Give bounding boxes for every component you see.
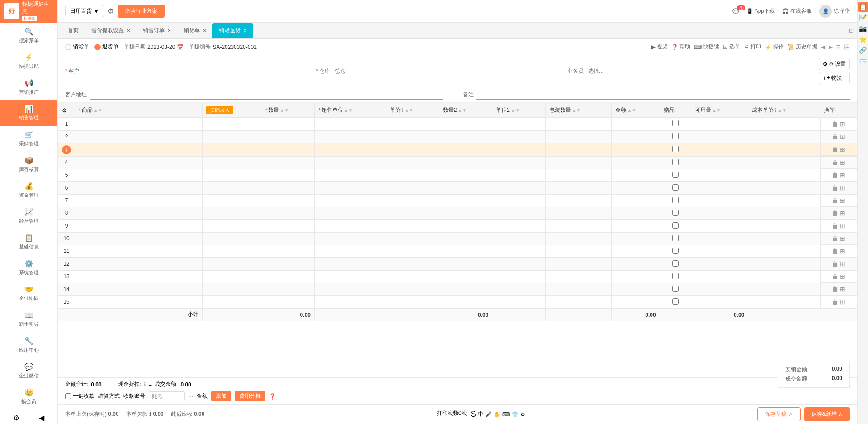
industry-dropdown[interactable]: 日用百货 ▼ <box>65 5 104 17</box>
select-btn[interactable]: ☑ 选单 <box>723 43 740 51</box>
tab-minimize-icon[interactable]: — <box>842 28 847 34</box>
delete-row-3[interactable]: 🗑 <box>832 145 838 153</box>
cp-4[interactable]: ⊞ <box>840 158 845 167</box>
customer-select-btn[interactable]: ··· <box>299 67 305 75</box>
staff-input[interactable] <box>586 67 799 76</box>
sidebar-item-purchase[interactable]: 🛒 采购管理 <box>0 126 57 152</box>
del-6[interactable]: 🗑 <box>832 184 838 192</box>
gift-checkbox-3[interactable] <box>672 146 679 152</box>
settings-bottom-icon[interactable]: ⚙ <box>13 414 19 422</box>
sidebar-item-system[interactable]: ⚙️ 系统管理 <box>0 255 57 281</box>
history-btn[interactable]: 📜 历史单据 <box>788 43 817 51</box>
radio-sale[interactable]: 销货单 <box>65 43 89 51</box>
nav-next-icon[interactable]: ▶ <box>829 44 833 50</box>
del-8[interactable]: 🗑 <box>832 209 838 217</box>
cp-15[interactable]: ⊞ <box>840 298 845 306</box>
product-input-3[interactable] <box>79 147 198 153</box>
gift-checkbox-2[interactable] <box>672 133 679 139</box>
right-panel-icon-5[interactable]: 🔗 <box>858 45 868 55</box>
del-11[interactable]: 🗑 <box>832 247 838 255</box>
message-wrap[interactable]: 💬 70 <box>732 8 739 14</box>
cp-10[interactable]: ⊞ <box>840 234 845 243</box>
remark-input[interactable] <box>476 90 850 100</box>
th-scan[interactable]: 扫码录入 <box>203 103 261 118</box>
sidebar-item-search[interactable]: 🔍 搜索菜单 <box>0 23 57 48</box>
view-list-icon[interactable]: ≡ <box>836 43 840 51</box>
warehouse-select-btn[interactable]: ··· <box>551 67 557 75</box>
app-download-wrap[interactable]: 📱 App下载 <box>746 7 775 15</box>
gift-cb-9[interactable] <box>672 222 679 229</box>
copy-row-2[interactable]: ⊞ <box>840 133 845 141</box>
gift-cb-13[interactable] <box>672 273 679 279</box>
tab-expand-icon[interactable]: ⊡ <box>849 28 854 34</box>
address-input[interactable] <box>90 90 443 100</box>
tab-sales-order[interactable]: 销售订单 ✕ <box>137 23 177 38</box>
radio-return[interactable]: 退货单 <box>94 43 118 51</box>
del-13[interactable]: 🗑 <box>832 272 838 281</box>
th-settings[interactable]: ⚙ <box>58 103 75 118</box>
cp-9[interactable]: ⊞ <box>840 222 845 230</box>
cp-8[interactable]: ⊞ <box>840 209 845 217</box>
sidebar-item-marketing[interactable]: 📢 营销推广 <box>0 74 57 100</box>
cp-12[interactable]: ⊞ <box>840 260 845 268</box>
del-9[interactable]: 🗑 <box>832 222 838 230</box>
tab-sales-invoice[interactable]: 销货单 ✕ <box>177 23 212 38</box>
save-draft-btn[interactable]: 保存草稿 ∧ <box>757 407 800 421</box>
gift-cb-5[interactable] <box>672 172 679 178</box>
gift-cb-7[interactable] <box>672 197 679 203</box>
calendar-icon[interactable]: 📅 <box>177 44 184 50</box>
tab-close-order[interactable]: ✕ <box>167 28 171 33</box>
copy-row-3[interactable]: ⊞ <box>840 145 845 153</box>
settings-side-btn[interactable]: ⚙ ⚙ 设置 <box>819 58 850 70</box>
video-btn[interactable]: ▶ 视频 <box>651 43 668 51</box>
cp-7[interactable]: ⊞ <box>840 196 845 205</box>
sidebar-item-wechat[interactable]: 💬 企业微信 <box>0 358 57 384</box>
delete-row-1[interactable]: 🗑 <box>832 120 838 128</box>
del-5[interactable]: 🗑 <box>832 171 838 179</box>
sidebar-item-operations[interactable]: 📈 经营管理 <box>0 203 57 229</box>
warehouse-input[interactable] <box>333 67 548 76</box>
tab-price-settings[interactable]: 售价提取设置 ✕ <box>85 23 137 38</box>
save-new-btn[interactable]: 保存&新增 ∧ <box>804 407 850 421</box>
tab-close-price[interactable]: ✕ <box>127 28 130 33</box>
shortcut-btn[interactable]: ⌨ 快捷键 <box>694 43 719 51</box>
online-service-wrap[interactable]: 🎧 在线客服 <box>782 7 812 15</box>
print-btn[interactable]: 🖨 打印 <box>744 43 761 51</box>
view-grid-icon[interactable]: ⊞ <box>844 43 850 51</box>
del-12[interactable]: 🗑 <box>832 260 838 268</box>
account-input[interactable] <box>149 391 185 401</box>
operate-btn[interactable]: ⚡ 操作 <box>765 43 784 51</box>
sidebar-item-guide[interactable]: 📖 新手引导 <box>0 306 57 332</box>
address-select-btn[interactable]: ··· <box>446 91 452 99</box>
logistics-side-btn[interactable]: + + 物流 <box>819 72 850 84</box>
del-15[interactable]: 🗑 <box>832 298 838 306</box>
copy-row-1[interactable]: ⊞ <box>840 120 845 128</box>
del-4[interactable]: 🗑 <box>832 158 838 167</box>
right-panel-icon-4[interactable]: ⭐ <box>858 34 868 44</box>
right-panel-icon-6[interactable]: 📨 <box>858 56 868 66</box>
product-cell-1[interactable] <box>75 118 203 131</box>
tab-close-invoice[interactable]: ✕ <box>203 28 206 33</box>
add-row-cell[interactable]: + <box>58 143 75 156</box>
sidebar-item-apps[interactable]: 🔧 应用中心 <box>0 332 57 358</box>
gift-cb-14[interactable] <box>672 286 679 292</box>
cp-6[interactable]: ⊞ <box>840 184 845 192</box>
del-10[interactable]: 🗑 <box>832 234 838 243</box>
tab-close-return[interactable]: ✕ <box>243 28 247 33</box>
delete-row-2[interactable]: 🗑 <box>832 133 838 141</box>
customer-input[interactable] <box>82 67 297 76</box>
add-payment-btn[interactable]: 添加 <box>211 391 231 401</box>
cp-11[interactable]: ⊞ <box>840 247 845 255</box>
cp-14[interactable]: ⊞ <box>840 285 845 293</box>
gift-checkbox-1[interactable] <box>672 120 679 126</box>
sidebar-item-inventory[interactable]: 📦 库存核算 <box>0 152 57 177</box>
tab-sales-return[interactable]: 销货退货 ✕ <box>212 23 253 38</box>
gift-cb-8[interactable] <box>672 210 679 216</box>
del-14[interactable]: 🗑 <box>832 285 838 293</box>
account-select-btn[interactable]: ··· <box>189 393 193 400</box>
sidebar-item-member[interactable]: 👑 畅会员 <box>0 384 57 410</box>
topbar-settings-icon[interactable]: ⚙ <box>108 7 114 15</box>
cp-5[interactable]: ⊞ <box>840 171 845 179</box>
collapse-icon[interactable]: ◀ <box>39 414 44 422</box>
right-panel-icon-3[interactable]: 📷 <box>858 24 868 33</box>
